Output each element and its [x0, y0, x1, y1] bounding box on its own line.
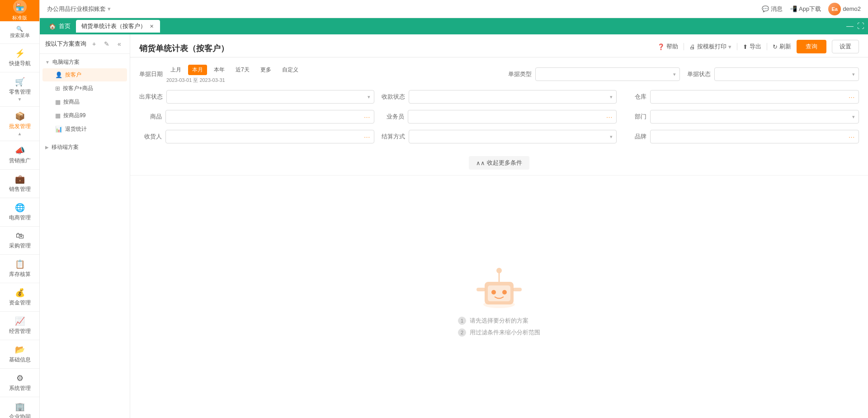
filter-brand-label: 品牌	[624, 133, 646, 141]
sidebar-item-ecommerce[interactable]: 🌐 电商管理	[0, 198, 39, 227]
app-download-btn[interactable]: 📲 App下载	[790, 5, 821, 13]
sidebar-logo[interactable]: 🏪 标准版	[0, 0, 40, 21]
filter-date-label: 单据日期	[139, 70, 163, 78]
recipient-input[interactable]: ···	[165, 130, 374, 143]
filter-settlement-item: 结算方式 ▾	[382, 130, 617, 143]
collapse-more-btn[interactable]: ∧∧ 收起更多条件	[469, 156, 529, 170]
brand-input[interactable]: ···	[650, 130, 859, 143]
wholesale-expand-icon: ▲	[18, 131, 22, 136]
scheme-group-desktop-title[interactable]: ▼ 电脑端方案	[40, 57, 130, 68]
content-area: 按以下方案查询 + ✎ « ▼ 电脑端方案 👤 按客户 ⊞	[40, 34, 868, 418]
doc-status-input[interactable]: ▾	[714, 67, 859, 81]
date-btn-this-month[interactable]: 本月	[188, 65, 207, 75]
sidebar-item-marketing[interactable]: 📣 营销推广	[0, 141, 39, 170]
date-btn-this-year[interactable]: 本年	[210, 65, 229, 75]
tab-sales-stat[interactable]: 销货单统计表（按客户） ✕	[76, 20, 160, 33]
filter-out-status-label: 出库状态	[139, 93, 163, 101]
svg-point-3	[491, 290, 496, 294]
department-input[interactable]: ▾	[650, 110, 859, 124]
industry-dropdown-icon: ▾	[108, 5, 111, 12]
sidebar-item-system[interactable]: ⚙ 系统管理	[0, 369, 39, 397]
date-btn-last-7[interactable]: 近7天	[231, 65, 254, 75]
svg-rect-8	[513, 288, 522, 291]
empty-tip-1: 1 请先选择要分析的方案	[458, 317, 540, 325]
refresh-btn[interactable]: ↻ 刷新	[773, 43, 791, 51]
tab-close-btn[interactable]: ✕	[149, 23, 155, 30]
filter-goods-label: 商品	[139, 113, 162, 121]
sidebar-item-finance[interactable]: 💰 资金管理	[0, 283, 39, 312]
scheme-item-by-goods[interactable]: ▦ 按商品	[42, 95, 127, 109]
divider-1	[684, 43, 684, 50]
salesperson-input[interactable]: ···	[408, 110, 617, 124]
industry-selector[interactable]: 办公用品行业模拟账套 ▾	[47, 5, 111, 13]
scheme-item-by-customer-goods[interactable]: ⊞ 按客户+商品	[42, 82, 127, 95]
scheme-group-mobile-title[interactable]: ▶ 移动端方案	[40, 142, 130, 153]
sidebar-item-basic-info[interactable]: 📂 基础信息	[0, 340, 39, 369]
ecommerce-icon: 🌐	[15, 203, 25, 213]
divider-3	[767, 43, 767, 50]
help-btn[interactable]: ❓ 帮助	[657, 43, 678, 51]
tab-sales-stat-label: 销货单统计表（按客户）	[81, 22, 146, 30]
scheme-item-by-customer[interactable]: 👤 按客户	[42, 68, 127, 81]
sidebar-item-purchase[interactable]: 🛍 采购管理	[0, 227, 39, 255]
tab-maximize-icon[interactable]: ⛶	[857, 22, 864, 30]
warehouse-input[interactable]: ···	[650, 90, 859, 104]
sidebar-item-operations[interactable]: 📈 经营管理	[0, 312, 39, 340]
user-name: demo2	[843, 5, 861, 12]
scheme-collapse-btn[interactable]: «	[114, 39, 124, 49]
settlement-input[interactable]: ▾	[409, 130, 617, 143]
tip-num-2: 2	[458, 328, 466, 337]
sidebar-item-inventory[interactable]: 📋 库存核算	[0, 255, 39, 283]
sidebar-item-wholesale[interactable]: 📦 批发管理 ▲	[0, 107, 39, 141]
sidebar-item-search[interactable]: 🔍 搜索菜单	[0, 21, 39, 44]
filter-brand-item: 品牌 ···	[624, 130, 859, 143]
scheme-item-by-goods-label: 按商品	[63, 98, 80, 106]
export-btn[interactable]: ⬆ 导出	[743, 43, 761, 51]
export-label: 导出	[750, 43, 761, 51]
sidebar-operations-label: 经营管理	[9, 328, 31, 335]
user-profile-btn[interactable]: Ea demo2	[828, 3, 861, 15]
tab-minimize-icon[interactable]: —	[846, 22, 854, 30]
date-btn-last-month[interactable]: 上月	[166, 65, 185, 75]
settings-button[interactable]: 设置	[832, 40, 859, 53]
scheme-item-by-customer-goods-label: 按客户+商品	[63, 85, 93, 92]
tip-num-1: 1	[458, 317, 466, 325]
sidebar-item-enterprise[interactable]: 🏢 企业协同	[0, 397, 39, 418]
tab-home[interactable]: 🏠 首页	[43, 20, 76, 33]
out-status-input[interactable]: ▾	[166, 90, 374, 104]
top-header: 办公用品行业模拟账套 ▾ 💬 消息 📲 App下载 Ea demo2	[40, 0, 868, 18]
scheme-panel: 按以下方案查询 + ✎ « ▼ 电脑端方案 👤 按客户 ⊞	[40, 34, 130, 418]
sidebar-item-retail[interactable]: 🛒 零售管理 ▼	[0, 72, 39, 107]
sidebar-retail-label: 零售管理	[9, 88, 31, 96]
empty-tips: 1 请先选择要分析的方案 2 用过滤条件来缩小分析范围	[458, 317, 540, 337]
date-btn-more[interactable]: 更多	[256, 65, 275, 75]
top-header-left: 办公用品行业模拟账套 ▾	[47, 5, 111, 13]
by-goods-icon: ▦	[55, 99, 61, 105]
right-panel: 销货单统计表（按客户） ❓ 帮助 🖨 按模板打印 ▾ ⬆	[130, 34, 868, 418]
scheme-add-btn[interactable]: +	[89, 39, 99, 49]
tip-text-1: 请先选择要分析的方案	[470, 317, 528, 325]
query-button[interactable]: 查询	[797, 40, 826, 53]
payment-status-input[interactable]: ▾	[409, 90, 617, 104]
warehouse-dots-icon: ···	[849, 94, 855, 100]
system-icon: ⚙	[16, 373, 24, 383]
date-btn-custom[interactable]: 自定义	[278, 65, 302, 75]
goods-input[interactable]: ···	[165, 110, 374, 124]
print-btn[interactable]: 🖨 按模板打印 ▾	[689, 43, 731, 51]
filter-salesperson-label: 业务员	[382, 113, 404, 121]
scheme-item-by-goods-99[interactable]: ▦ 按商品99	[42, 109, 127, 122]
recipient-dots-icon: ···	[364, 133, 370, 140]
scheme-edit-btn[interactable]: ✎	[102, 39, 112, 49]
salesperson-dots-icon: ···	[606, 114, 613, 120]
sidebar-item-sales[interactable]: 💼 销售管理	[0, 170, 39, 198]
sidebar-item-quick-nav[interactable]: ⚡ 快捷导航	[0, 44, 39, 72]
page-title: 销货单统计表（按客户）	[139, 43, 229, 54]
filter-warehouse-item: 仓库 ···	[624, 90, 859, 104]
message-btn[interactable]: 💬 消息	[762, 5, 783, 13]
home-icon: 🏠	[49, 23, 56, 30]
by-customer-goods-icon: ⊞	[55, 85, 60, 92]
doc-type-input[interactable]: ▾	[535, 67, 680, 81]
wholesale-icon: 📦	[15, 111, 25, 121]
inventory-icon: 📋	[15, 259, 25, 269]
scheme-item-return-stats[interactable]: 📊 退货统计	[42, 123, 127, 136]
